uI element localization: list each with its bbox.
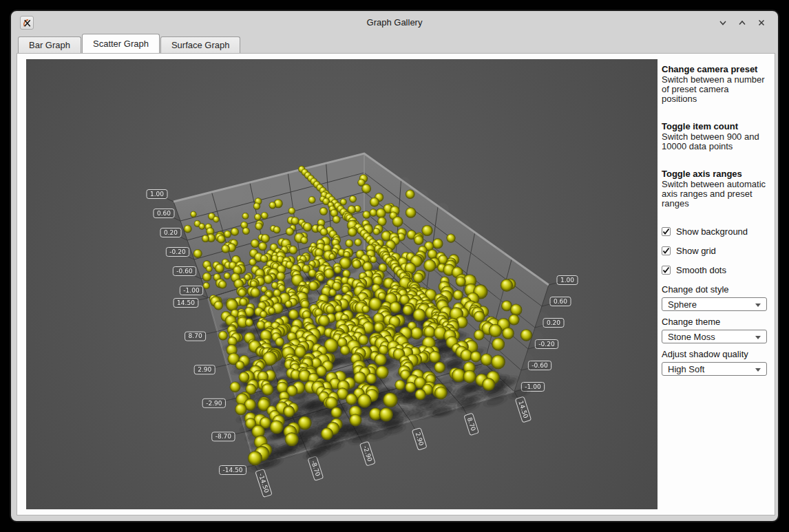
app-window: Graph Gallery Bar Graph Scatter Graph Su… [10,10,779,522]
select-value: Sphere [668,299,697,310]
checkbox-box [662,246,671,255]
theme-select[interactable]: Stone Moss [662,330,767,343]
command-description: Switch between a number of preset camera… [662,75,766,104]
window-title: Graph Gallery [11,11,778,34]
checkmark-icon [662,266,670,274]
command-description: Switch between 900 and 10000 data points [662,132,766,151]
close-icon [757,18,766,28]
tab-bar-graph[interactable]: Bar Graph [18,36,81,53]
dropdown-arrow-icon [755,304,761,307]
command-description: Switch between automatic axis ranges and… [662,180,766,209]
tab-scatter-graph[interactable]: Scatter Graph [82,34,160,53]
checkbox-show-grid[interactable]: Show grid [662,246,772,256]
toggle-item-count-button[interactable]: Toggle item count Switch between 900 and… [662,122,772,151]
dot-style-label: Change dot style [662,284,772,295]
checkbox-group: Show background Show grid [662,226,772,275]
titlebar: Graph Gallery [11,11,778,34]
toggle-axis-ranges-button[interactable]: Toggle axis ranges Switch between automa… [662,169,772,209]
close-button[interactable] [756,17,767,28]
checkbox-label: Smooth dots [676,265,726,275]
scatter-3d-view [26,59,658,509]
command-title: Toggle axis ranges [662,169,772,179]
checkbox-box [662,227,671,236]
checkmark-icon [662,247,670,255]
shadow-quality-select[interactable]: High Soft [662,362,767,376]
checkbox-smooth-dots[interactable]: Smooth dots [662,265,772,275]
checkbox-label: Show grid [676,246,716,256]
command-title: Change camera preset [662,65,772,74]
minimize-button[interactable] [717,17,728,28]
maximize-button[interactable] [737,17,748,28]
tab-surface-graph[interactable]: Surface Graph [160,36,241,53]
scatter-3d-canvas[interactable] [26,59,658,509]
theme-label: Change theme [662,317,772,327]
change-camera-preset-button[interactable]: Change camera preset Switch between a nu… [662,65,772,104]
dot-style-select[interactable]: Sphere [662,297,767,311]
shadow-quality-label: Adjust shadow quality [662,349,772,359]
dropdown-arrow-icon [755,336,761,339]
command-title: Toggle item count [662,122,772,131]
checkbox-label: Show background [676,226,748,237]
select-value: Stone Moss [668,332,715,342]
tab-bar: Bar Graph Scatter Graph Surface Graph [11,34,778,53]
window-controls [717,11,767,34]
tab-page-scatter: Change camera preset Switch between a nu… [17,53,775,515]
chevron-up-icon [737,18,747,28]
checkmark-icon [662,228,670,235]
checkbox-show-background[interactable]: Show background [662,226,772,237]
control-panel: Change camera preset Switch between a nu… [662,65,772,376]
chevron-down-icon [718,18,728,28]
checkbox-box [662,266,671,275]
dropdown-arrow-icon [755,368,761,372]
select-value: High Soft [668,364,704,374]
